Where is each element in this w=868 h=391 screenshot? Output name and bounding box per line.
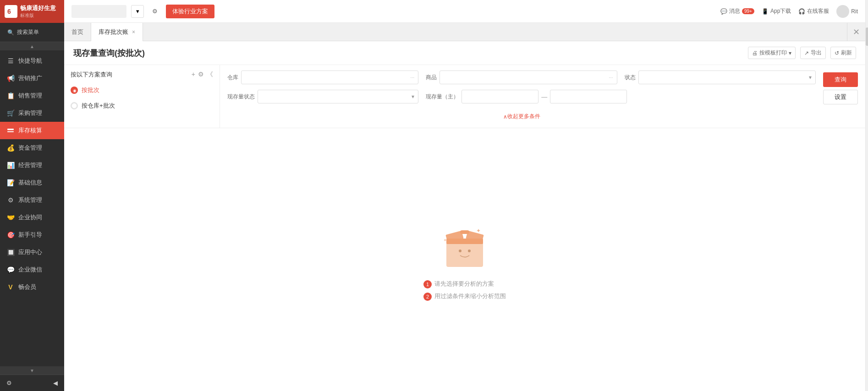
close-icon: ✕: [853, 27, 860, 37]
export-btn[interactable]: ↗ 导出: [800, 47, 826, 59]
filter-layout: 按以下方案查询 + ⚙ 《 ◉ 按批次: [64, 65, 865, 128]
warehouse-more-icon: ···: [410, 75, 414, 80]
query-btn[interactable]: 查询: [823, 72, 858, 87]
svg-point-6: [71, 103, 77, 109]
inventory-icon: [6, 126, 15, 135]
topbar-search-input[interactable]: [71, 5, 126, 18]
inventory-amount-from[interactable]: [461, 90, 538, 103]
marketing-icon: 📢: [6, 74, 15, 82]
finance-icon: 💰: [6, 144, 15, 152]
svg-rect-10: [446, 239, 483, 244]
app-download-btn[interactable]: 📱 App下载: [762, 7, 791, 15]
page-content: 现存量查询(按批次) 🖨 按模板打印 ▾ ↗ 导出 ↺ 刷新: [64, 41, 865, 391]
scroll-up-btn[interactable]: ▲: [0, 42, 64, 50]
topbar-gear-btn[interactable]: ⚙: [148, 5, 161, 18]
inventory-amount-range: —: [461, 90, 627, 103]
tab-close-btn[interactable]: ×: [132, 29, 135, 35]
scheme-item-by-batch[interactable]: ◉ 按批次: [64, 82, 220, 98]
refresh-label: 刷新: [841, 49, 852, 57]
filter-btns-col: 查询 设置: [823, 67, 865, 110]
basic-icon: 📝: [6, 179, 15, 187]
collapse-label: 收起更多条件: [507, 113, 540, 120]
svg-text:6: 6: [7, 8, 11, 15]
filter-row-2: 现存量状态 ▾ 现存量（主） —: [227, 90, 816, 103]
scrollbar-thumb[interactable]: [866, 27, 868, 46]
scheme-settings-btn[interactable]: ⚙: [198, 71, 204, 79]
sidebar-item-enterprise[interactable]: 🤝 企业协同: [0, 209, 64, 226]
tab-panel-close-btn[interactable]: ✕: [847, 23, 865, 41]
search-menu-btn[interactable]: 🔍 搜索菜单: [5, 27, 60, 38]
page-actions: 🖨 按模板打印 ▾ ↗ 导出 ↺ 刷新: [748, 47, 856, 59]
inventory-status-select[interactable]: ▾: [258, 90, 418, 103]
message-icon: 💬: [720, 8, 727, 15]
inventory-status-dropdown: ▾: [412, 93, 414, 100]
status-select[interactable]: ▾: [638, 71, 816, 84]
status-dropdown-icon: ▾: [809, 74, 812, 81]
status-field: 状态 ▾: [625, 71, 816, 84]
scheme-add-btn[interactable]: +: [192, 71, 195, 79]
sidebar-item-sales[interactable]: 📋 销售管理: [0, 87, 64, 104]
scroll-down-btn[interactable]: ▼: [0, 366, 64, 375]
svg-rect-16: [460, 230, 469, 234]
operation-icon: 📊: [6, 161, 15, 169]
sidebar-item-wechat[interactable]: 💬 企业微信: [0, 261, 64, 278]
empty-icon: ✦ ✦ ·: [435, 219, 494, 271]
experience-btn[interactable]: 体验行业方案: [166, 5, 214, 18]
print-btn[interactable]: 🖨 按模板打印 ▾: [748, 47, 796, 59]
export-icon: ↗: [804, 50, 809, 56]
scheme-item-by-warehouse-batch[interactable]: 按仓库+批次: [64, 98, 220, 114]
enterprise-icon: 🤝: [6, 213, 15, 222]
sidebar-item-shortcut[interactable]: ☰ 快捷导航: [0, 52, 64, 70]
shortcut-icon: ☰: [6, 57, 15, 65]
sidebar-header: 6 畅康通好生意 标准版: [0, 0, 64, 23]
sidebar-item-label: 库存核算: [18, 126, 42, 135]
scheme-item-label: 按仓库+批次: [82, 102, 115, 110]
sidebar-item-inventory[interactable]: 库存核算: [0, 122, 64, 139]
right-scrollbar[interactable]: [865, 0, 868, 391]
newguide-icon: 🎯: [6, 231, 15, 239]
sidebar-item-system[interactable]: ⚙ 系统管理: [0, 191, 64, 209]
filter-row-1: 仓库 ··· 商品 ···: [227, 71, 816, 84]
warehouse-field: 仓库 ···: [227, 71, 418, 84]
scheme-collapse-btn[interactable]: 《: [207, 71, 213, 79]
sidebar-item-label: 新手引导: [18, 231, 42, 239]
sidebar-search-area[interactable]: 🔍 搜索菜单: [0, 23, 64, 42]
sidebar-settings-icon[interactable]: ⚙: [6, 380, 12, 386]
goods-label: 商品: [426, 74, 437, 81]
settings-btn[interactable]: 设置: [823, 90, 858, 104]
warehouse-input[interactable]: ···: [241, 71, 418, 84]
sidebar-footer: ⚙ ◀: [0, 375, 64, 391]
inventory-amount-to[interactable]: [550, 90, 627, 103]
sidebar-item-label: 企业微信: [18, 266, 42, 274]
wechat-icon: 💬: [6, 266, 15, 274]
online-service-btn[interactable]: 🎧 在线客服: [798, 7, 829, 15]
inventory-amount-field: 现存量（主） —: [426, 90, 617, 103]
sidebar-item-purchase[interactable]: 🛒 采购管理: [0, 104, 64, 122]
tab-inventory-batch[interactable]: 库存批次账 ×: [91, 23, 143, 41]
sidebar-item-operation[interactable]: 📊 经营管理: [0, 157, 64, 174]
messages-btn[interactable]: 💬 消息 99+: [720, 7, 754, 15]
appcenter-icon: 🔲: [6, 248, 15, 256]
range-separator: —: [541, 93, 547, 100]
goods-input[interactable]: ···: [439, 71, 617, 84]
sales-icon: 📋: [6, 92, 15, 100]
sidebar-item-basic[interactable]: 📝 基础信息: [0, 174, 64, 191]
sidebar-item-marketing[interactable]: 📢 营销推广: [0, 70, 64, 87]
collapse-conditions-btn[interactable]: ∧ 收起更多条件: [227, 109, 816, 122]
member-icon: V: [6, 283, 15, 291]
app-download-label: App下载: [770, 7, 791, 15]
sidebar-item-finance[interactable]: 💰 资金管理: [0, 139, 64, 157]
tab-home[interactable]: 首页: [64, 23, 91, 41]
print-label: 按模板打印: [759, 49, 787, 57]
app-logo: 6: [5, 5, 17, 18]
sidebar-item-member[interactable]: V 畅会员: [0, 278, 64, 296]
sidebar-item-newguide[interactable]: 🎯 新手引导: [0, 226, 64, 244]
refresh-btn[interactable]: ↺ 刷新: [830, 47, 856, 59]
tabbar: 首页 库存批次账 × ✕: [64, 23, 865, 41]
topbar-left: ▾ ⚙ 体验行业方案: [71, 5, 715, 18]
sidebar-item-appcenter[interactable]: 🔲 应用中心: [0, 244, 64, 261]
svg-point-14: [459, 250, 461, 252]
user-profile-btn[interactable]: Rit: [836, 5, 858, 18]
topbar-dropdown-btn[interactable]: ▾: [131, 5, 144, 18]
sidebar-toggle-icon[interactable]: ◀: [53, 380, 58, 386]
